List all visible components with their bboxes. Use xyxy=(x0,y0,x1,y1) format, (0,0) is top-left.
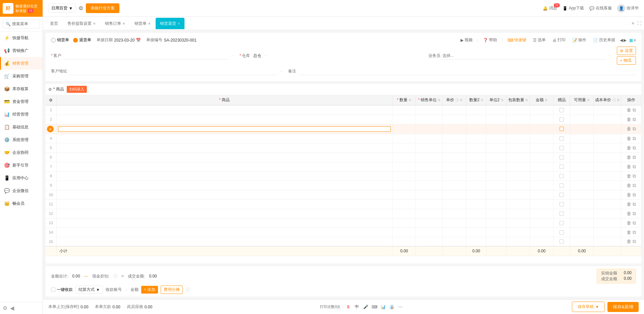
delete-icon[interactable]: 🗑 xyxy=(627,126,631,132)
staff-select-icon[interactable]: ··· xyxy=(608,53,611,58)
delete-icon[interactable]: 🗑 xyxy=(627,136,631,141)
tab-sales-order[interactable]: 销售订单 ✕ xyxy=(101,18,129,29)
delete-icon[interactable]: 🗑 xyxy=(627,107,631,113)
delete-icon[interactable]: 🗑 xyxy=(627,117,631,122)
sidebar-item-apps[interactable]: 📱 应用中心 xyxy=(0,172,43,184)
scan-barcode-button[interactable]: 扫码录入 xyxy=(67,86,87,93)
operation-button[interactable]: 📝 操作 xyxy=(570,36,588,44)
tab-close-icon[interactable]: ✕ xyxy=(93,22,96,25)
shortcuts-button[interactable]: ⌨ 快捷键 xyxy=(505,36,528,44)
address-input[interactable] xyxy=(69,67,277,75)
price-cell[interactable] xyxy=(443,115,466,124)
online-service-button[interactable]: 💬 在线客服 xyxy=(589,5,612,11)
qty-cell[interactable] xyxy=(392,105,416,115)
notification-button[interactable]: 🔔 消息 70 xyxy=(543,5,557,11)
amount-cell[interactable] xyxy=(530,115,553,124)
sidebar-item-purchase[interactable]: 🛒 采购管理 xyxy=(0,70,43,82)
select-button[interactable]: ☰ 选单 xyxy=(531,36,548,44)
copy-icon[interactable]: ⧉ xyxy=(633,117,636,122)
settings-button[interactable]: ⚙ 设置 xyxy=(617,47,636,55)
gear-button[interactable]: ⚙ xyxy=(78,5,83,11)
staff-input[interactable] xyxy=(442,52,606,60)
available-cell[interactable] xyxy=(570,105,594,115)
available-cell[interactable] xyxy=(570,115,594,124)
copy-icon[interactable]: ⧉ xyxy=(633,230,636,235)
delete-icon[interactable]: 🗑 xyxy=(627,230,631,235)
cost-price-cell[interactable] xyxy=(594,115,621,124)
copy-icon[interactable]: ⧉ xyxy=(633,201,636,207)
discount-help-icon[interactable]: ⓘ xyxy=(113,273,117,279)
sidebar-item-member[interactable]: 👑 畅会员 xyxy=(0,197,43,210)
customer-input[interactable] xyxy=(63,52,229,60)
print-button[interactable]: 🖨 打印 xyxy=(550,36,568,44)
goods-cell[interactable] xyxy=(56,115,392,124)
qty-cell[interactable] xyxy=(392,115,416,124)
help-button[interactable]: ❓ 帮助 xyxy=(481,36,499,44)
qty-cell[interactable] xyxy=(392,124,416,134)
pack-qty-cell[interactable] xyxy=(506,124,530,134)
pack-qty-cell[interactable] xyxy=(506,105,530,115)
copy-icon[interactable]: ⧉ xyxy=(633,220,636,226)
cost-price-cell[interactable] xyxy=(594,105,621,115)
qty2-cell[interactable] xyxy=(466,124,486,134)
fee-split-button[interactable]: 费用分摊 xyxy=(161,286,183,294)
save-new-button[interactable]: 保存&新增 xyxy=(607,302,639,312)
tab-sales-return[interactable]: 销货退货 ✕ xyxy=(156,18,184,29)
logistics-button[interactable]: + 物流 xyxy=(617,56,636,65)
radio-return[interactable]: 退货单 xyxy=(73,37,91,43)
cost-price-cell[interactable] xyxy=(594,124,621,134)
qty2-cell[interactable] xyxy=(466,115,486,124)
unit2-cell[interactable] xyxy=(486,115,506,124)
sidebar-item-newbie[interactable]: 🎯 新手引导 xyxy=(0,159,43,172)
tab-price-settings[interactable]: 售价提取设置 ✕ xyxy=(63,18,100,29)
collapse-icon[interactable]: ◀ xyxy=(10,305,14,311)
tab-sales-delivery[interactable]: 销货单 ✕ xyxy=(130,18,155,29)
sidebar-item-basic[interactable]: 📋 基础信息 xyxy=(0,121,43,133)
amount-cell[interactable] xyxy=(530,124,553,134)
price-cell[interactable] xyxy=(443,105,466,115)
copy-icon[interactable]: ⧉ xyxy=(633,192,636,198)
delete-icon[interactable]: 🗑 xyxy=(627,164,631,170)
account-select-icon[interactable]: ··· xyxy=(124,288,128,292)
sidebar-item-wechat[interactable]: 💬 企业微信 xyxy=(0,184,43,197)
video-button[interactable]: ▶ 视频 xyxy=(459,36,475,44)
fee-help-icon[interactable]: ⓘ xyxy=(185,287,190,293)
sidebar-item-finance[interactable]: 💳 资金管理 xyxy=(0,95,43,108)
delete-icon[interactable]: 🗑 xyxy=(627,211,631,216)
history-button[interactable]: 📄 历史单据 xyxy=(591,36,617,44)
save-draft-button[interactable]: 保存草稿 ▼ xyxy=(572,302,605,312)
unit2-cell[interactable] xyxy=(486,124,506,134)
user-profile-button[interactable]: 👤 徐泽华 xyxy=(617,4,639,12)
maximize-icon[interactable]: ⛶ xyxy=(637,21,641,26)
delete-icon[interactable]: 🗑 xyxy=(627,183,631,188)
copy-icon[interactable]: ⧉ xyxy=(633,136,636,141)
unit-cell[interactable] xyxy=(416,124,443,134)
industry-selector[interactable]: 日用百货 ▼ xyxy=(48,4,76,13)
copy-icon[interactable]: ⧉ xyxy=(633,211,636,216)
address-select-icon[interactable]: ··· xyxy=(279,69,283,74)
calendar-icon[interactable]: 📅 xyxy=(136,38,141,43)
delete-icon[interactable]: 🗑 xyxy=(627,192,631,198)
close-tab-icon[interactable]: ✕ xyxy=(631,21,635,26)
delete-icon[interactable]: 🗑 xyxy=(627,173,631,179)
unit-cell[interactable] xyxy=(416,105,443,115)
next-icon[interactable]: ▶ xyxy=(624,38,627,43)
copy-icon[interactable]: ⧉ xyxy=(633,126,636,132)
search-menu-button[interactable]: 🔍 搜索菜单 xyxy=(3,19,40,28)
sidebar-item-inventory[interactable]: 📦 库存核算 xyxy=(0,82,43,95)
unit2-cell[interactable] xyxy=(486,105,506,115)
available-cell[interactable] xyxy=(570,124,594,134)
sidebar-item-marketing[interactable]: 📢 营销推广 xyxy=(0,44,43,57)
copy-icon[interactable]: ⧉ xyxy=(633,239,636,244)
experience-button[interactable]: 体验行业方案 xyxy=(86,3,119,13)
sidebar-item-system[interactable]: ⚙️ 系统管理 xyxy=(0,133,43,146)
remark-input[interactable] xyxy=(298,67,636,75)
calc-method-button[interactable]: 结算方式 ▼ xyxy=(75,286,103,294)
tab-home[interactable]: 首页 xyxy=(46,18,62,29)
add-fee-button[interactable]: + 添加 xyxy=(141,286,158,294)
copy-icon[interactable]: ⧉ xyxy=(633,145,636,151)
gift-cell[interactable] xyxy=(553,105,570,115)
checkbox[interactable] xyxy=(51,288,55,292)
delete-icon[interactable]: 🗑 xyxy=(627,145,631,151)
gift-cell[interactable] xyxy=(553,115,570,124)
